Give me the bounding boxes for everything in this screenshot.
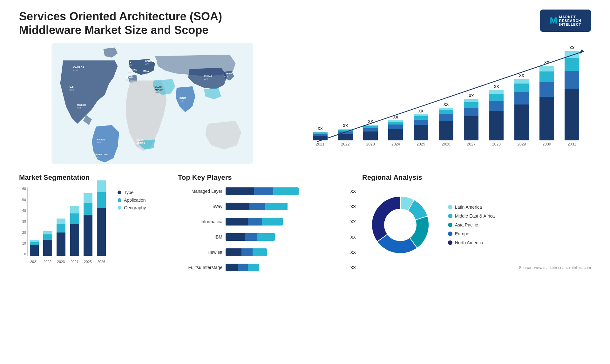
seg-legend-dot [118, 191, 121, 194]
player-bar-seg3 [273, 187, 299, 195]
bar-segment [539, 71, 554, 82]
regional-dot [448, 205, 452, 209]
bar-item: XX2028 [489, 50, 504, 146]
regional-legend-label: Middle East & Africa [455, 213, 495, 219]
player-xx: XX [350, 219, 356, 224]
bar-stack [363, 125, 378, 140]
seg-seg [97, 208, 106, 256]
bar-item: XX2025 [414, 50, 428, 146]
bar-item: XX2022 [338, 50, 353, 146]
svg-text:xx%: xx% [94, 156, 98, 159]
bar-stack [514, 79, 529, 140]
seg-x-label: 2026 [97, 260, 106, 264]
seg-legend-label: Application [124, 198, 146, 203]
seg-legend-item: Application [118, 198, 146, 203]
regional-legend: Latin AmericaMiddle East & AfricaAsia Pa… [448, 205, 495, 245]
donut-svg [362, 187, 438, 263]
seg-legend-dot [118, 198, 121, 202]
player-bar-seg3 [265, 203, 288, 210]
bar-item: XX2029 [514, 50, 529, 146]
player-bar-seg1 [226, 248, 241, 256]
bar-segment [363, 128, 378, 131]
bar-item: XX2021 [313, 50, 328, 146]
bar-segment [489, 111, 504, 140]
bar-segment [539, 97, 554, 140]
seg-bar-group [97, 180, 106, 256]
bar-segment [388, 122, 403, 125]
player-bar-container [226, 233, 345, 241]
player-bar-seg2 [241, 248, 253, 256]
svg-text:JAPAN: JAPAN [224, 72, 232, 75]
svg-text:SAUDI: SAUDI [154, 86, 161, 89]
player-bar-seg1 [226, 218, 248, 226]
seg-chart-legend-container: 60 50 40 30 20 10 0 20212022202320242025… [19, 187, 172, 266]
player-bar-container [226, 263, 345, 272]
player-bar-container [226, 202, 345, 211]
svg-text:ITALY: ITALY [143, 70, 149, 73]
seg-bars-area [27, 187, 108, 256]
chart-section: XX2021XX2022XX2023XX2024XX2025XX2026XX20… [298, 43, 591, 164]
segmentation-title: Market Segmentation [19, 173, 172, 182]
player-bar-container [226, 187, 345, 196]
svg-text:xx%: xx% [204, 78, 208, 81]
player-row: Managed LayerXX [178, 187, 356, 196]
donut-segment [372, 196, 400, 242]
svg-text:U.K.: U.K. [128, 61, 132, 64]
svg-text:MEXICO: MEXICO [77, 104, 86, 107]
bar-label-top: XX [343, 124, 348, 128]
seg-x-label: 2021 [30, 260, 38, 264]
bar-segment [414, 116, 428, 120]
bar-segment [514, 104, 529, 140]
bar-stack [464, 99, 478, 140]
svg-text:BRAZIL: BRAZIL [97, 138, 105, 141]
seg-seg [43, 234, 52, 240]
bar-item: XX2026 [439, 50, 453, 146]
player-bar-container [226, 248, 345, 257]
bar-segment [464, 102, 478, 108]
svg-text:ARABIA: ARABIA [154, 89, 164, 91]
world-map-svg: CANADA xx% U.S. xx% MEXICO xx% BRAZIL xx… [19, 43, 285, 164]
seg-x-label: 2023 [57, 260, 65, 264]
bar-segment [388, 129, 403, 140]
svg-text:SOUTH: SOUTH [136, 139, 144, 142]
seg-bar-group [43, 231, 52, 256]
player-xx: XX [350, 204, 356, 209]
seg-legend-label: Type [124, 190, 133, 195]
seg-x-label: 2022 [43, 260, 52, 264]
regional-title: Regional Analysis [362, 173, 591, 182]
seg-seg [43, 231, 52, 234]
bar-segment [414, 120, 428, 125]
regional-legend-item: Latin America [448, 205, 495, 210]
player-name: Informatica [178, 219, 222, 224]
seg-bar-group [30, 240, 39, 256]
bar-segment [464, 108, 478, 116]
player-xx: XX [350, 265, 356, 270]
bars-group: XX2021XX2022XX2023XX2024XX2025XX2026XX20… [308, 50, 585, 146]
logo-area: M MARKET RESEARCH INTELLECT [540, 10, 591, 32]
bar-label-top: XX [519, 73, 524, 78]
player-bar-seg3 [253, 248, 267, 256]
player-bar-inner [226, 187, 299, 195]
seg-legend-item: Geography [118, 205, 146, 210]
bar-segment [489, 90, 504, 94]
bar-segment [514, 92, 529, 104]
player-bar-inner [226, 203, 288, 210]
player-bar-seg3 [248, 264, 259, 271]
bar-label-top: XX [418, 109, 424, 113]
seg-seg [57, 219, 65, 224]
bar-segment [514, 79, 529, 84]
bar-year-label: 2029 [517, 142, 526, 146]
player-bar-seg2 [249, 203, 265, 210]
bar-label-top: XX [318, 126, 323, 131]
bar-segment [388, 125, 403, 129]
bar-item: XX2024 [388, 50, 403, 146]
player-bar-container [226, 217, 345, 226]
regional-dot [448, 232, 452, 236]
page-wrapper: Services Oriented Architecture (SOA) Mid… [0, 0, 610, 364]
bar-label-top: XX [544, 60, 549, 65]
bar-segment [565, 71, 579, 89]
player-row: IBMXX [178, 233, 356, 241]
players-list: Managed LayerXXiWayXXInformaticaXXIBMXXH… [178, 187, 356, 274]
player-bar-inner [226, 218, 283, 226]
svg-text:CHINA: CHINA [204, 75, 212, 78]
